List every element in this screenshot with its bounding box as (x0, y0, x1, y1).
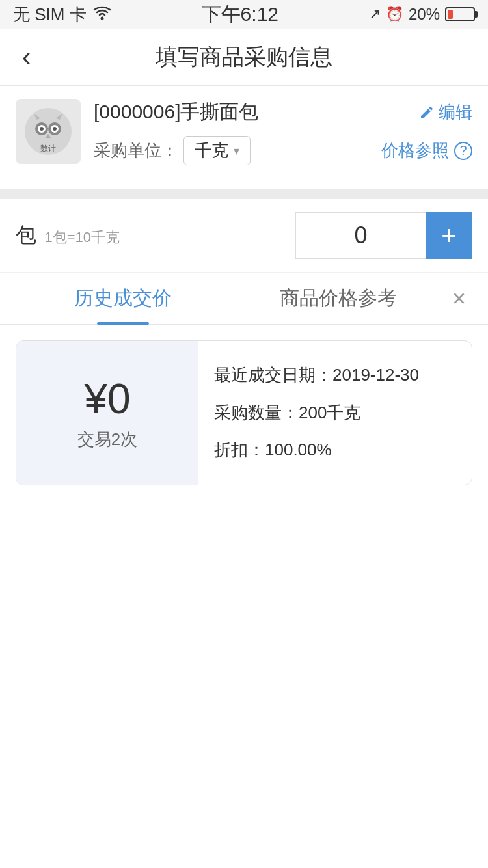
main-content (0, 501, 488, 868)
edit-label: 编辑 (439, 101, 472, 124)
unit-select[interactable]: 千克 ▾ (183, 136, 251, 165)
tabs-close-button[interactable]: × (446, 278, 472, 319)
dropdown-icon: ▾ (234, 144, 239, 158)
price-card: ¥0 交易2次 最近成交日期：2019-12-30 采购数量：200千克 折扣：… (16, 340, 472, 485)
back-button[interactable]: ‹ (16, 36, 37, 78)
tabs-header: 历史成交价 商品价格参考 × (0, 273, 488, 325)
price-ref-help-icon: ? (454, 142, 472, 160)
svg-text:数计: 数计 (40, 144, 56, 153)
svg-point-7 (53, 127, 57, 131)
status-left: 无 SIM 卡 (13, 3, 111, 26)
recent-date-value: 2019-12-30 (332, 365, 419, 385)
battery-icon (445, 7, 475, 21)
status-right: ↗ ⏰ 20% (369, 5, 475, 23)
purchase-qty-row: 采购数量：200千克 (214, 400, 456, 427)
purchase-qty-label: 采购数量： (214, 403, 299, 422)
product-unit-row: 采购单位： 千克 ▾ 价格参照 ? (94, 136, 472, 165)
product-image: 数计 (22, 105, 74, 157)
status-time: 下午6:12 (202, 1, 278, 28)
location-icon: ↗ (369, 6, 381, 23)
product-section: 数计 [0000006]手撕面包 编辑 采购单位： 千克 ▾ (0, 86, 488, 189)
battery-percent: 20% (409, 5, 440, 23)
tab2-label: 商品价格参考 (280, 285, 397, 312)
quantity-input[interactable] (295, 212, 426, 259)
tab-product-price-ref[interactable]: 商品价格参考 (230, 273, 445, 325)
discount-label: 折扣： (214, 440, 265, 459)
quantity-unit: 包 (16, 223, 36, 247)
gray-divider (0, 189, 488, 199)
edit-icon (419, 105, 435, 120)
price-card-left: ¥0 交易2次 (16, 341, 198, 485)
discount-row: 折扣：100.00% (214, 437, 456, 464)
quantity-sub: 1包=10千克 (44, 229, 120, 245)
recent-date-label: 最近成交日期： (214, 365, 332, 385)
discount-value: 100.00% (265, 440, 332, 459)
nav-bar: ‹ 填写商品采购信息 (0, 29, 488, 86)
quantity-row: 包 1包=10千克 + (0, 199, 488, 273)
page-title: 填写商品采购信息 (156, 42, 332, 72)
price-amount: ¥0 (84, 375, 130, 423)
tabs-section: 历史成交价 商品价格参考 × ¥0 交易2次 最近成交日期：2019-12-30… (0, 273, 488, 501)
alarm-icon: ⏰ (386, 6, 403, 23)
purchase-qty-value: 200千克 (299, 403, 360, 422)
price-ref-button[interactable]: 价格参照 ? (381, 139, 472, 162)
price-card-right: 最近成交日期：2019-12-30 采购数量：200千克 折扣：100.00% (198, 341, 472, 485)
tab-history-price[interactable]: 历史成交价 (16, 273, 230, 325)
svg-point-6 (40, 127, 44, 131)
product-name: [0000006]手撕面包 (94, 99, 258, 126)
product-header: 数计 [0000006]手撕面包 编辑 采购单位： 千克 ▾ (16, 99, 472, 165)
price-ref-label: 价格参照 (381, 139, 449, 162)
quantity-plus-button[interactable]: + (426, 212, 472, 259)
edit-button[interactable]: 编辑 (419, 101, 472, 124)
tab-content-history: ¥0 交易2次 最近成交日期：2019-12-30 采购数量：200千克 折扣：… (0, 325, 488, 501)
quantity-label-area: 包 1包=10千克 (16, 221, 120, 250)
price-value: 0 (107, 375, 131, 422)
quantity-controls: + (295, 212, 472, 259)
product-thumbnail: 数计 (16, 99, 81, 164)
svg-point-0 (100, 16, 103, 20)
unit-label: 采购单位： (94, 139, 178, 162)
carrier-text: 无 SIM 卡 (13, 3, 87, 26)
tab1-label: 历史成交价 (74, 285, 172, 312)
product-name-row: [0000006]手撕面包 编辑 (94, 99, 472, 126)
transaction-count: 交易2次 (77, 428, 137, 451)
product-info: [0000006]手撕面包 编辑 采购单位： 千克 ▾ 价格 (94, 99, 472, 165)
wifi-icon (93, 5, 111, 25)
unit-value: 千克 (195, 139, 228, 162)
recent-date-row: 最近成交日期：2019-12-30 (214, 362, 456, 389)
currency-symbol: ¥ (84, 375, 107, 422)
status-bar: 无 SIM 卡 下午6:12 ↗ ⏰ 20% (0, 0, 488, 29)
